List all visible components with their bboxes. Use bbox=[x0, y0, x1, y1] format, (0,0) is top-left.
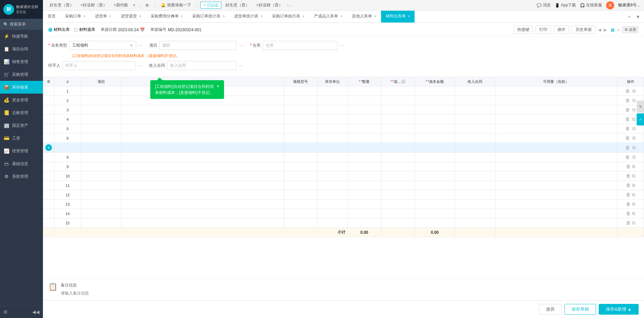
row-material-3[interactable] bbox=[121, 105, 284, 115]
next-record-icon[interactable]: ▶ bbox=[604, 28, 607, 32]
message-btn[interactable]: 💬 消息 bbox=[537, 2, 551, 8]
delete-row-10-btn[interactable]: 🗑 bbox=[625, 172, 631, 179]
row-unit-3[interactable] bbox=[317, 105, 347, 115]
row-project-8[interactable] bbox=[81, 153, 121, 162]
row-spec-2[interactable] bbox=[284, 96, 317, 105]
settings-bottom-icon[interactable]: ⚙ bbox=[3, 309, 8, 315]
add-row-col7[interactable] bbox=[381, 143, 415, 153]
settings-btn[interactable]: ⚙ 设置 bbox=[622, 26, 639, 33]
copy-row-3-btn[interactable]: ⧉ bbox=[632, 106, 636, 113]
row-cost-1[interactable] bbox=[381, 87, 415, 96]
close-goods-stats-tab[interactable]: × bbox=[261, 14, 263, 18]
certified-good-finance[interactable]: +好业财（普） bbox=[254, 2, 285, 9]
row-qty-2[interactable] bbox=[347, 96, 381, 105]
delete-row-8-btn[interactable]: 🗑 bbox=[625, 154, 631, 160]
delete-row-2-btn[interactable]: 🗑 bbox=[625, 97, 631, 104]
tab-goods-stats[interactable]: 进货单统计表 × bbox=[229, 11, 267, 22]
close-all-tabs-icon[interactable]: × bbox=[626, 13, 633, 20]
row-cost-3[interactable] bbox=[381, 105, 415, 115]
add-row-col2[interactable] bbox=[81, 143, 121, 153]
row-available-6[interactable] bbox=[495, 134, 617, 143]
row-unit-1[interactable] bbox=[317, 87, 347, 96]
copy-row-6-btn[interactable]: ⧉ bbox=[632, 135, 636, 141]
col-settings[interactable]: ⚙ bbox=[43, 77, 54, 87]
tab-purchase-order[interactable]: 采购订单 × bbox=[60, 11, 90, 22]
row-income-contract-2[interactable] bbox=[455, 96, 495, 105]
tab-goods-receipt[interactable]: 进货单 × bbox=[90, 11, 116, 22]
delete-row-12-btn[interactable]: 🗑 bbox=[625, 191, 631, 198]
business-type-more-icon[interactable]: ··· bbox=[138, 43, 143, 49]
row-income-contract-8[interactable] bbox=[455, 153, 495, 162]
add-row-col9[interactable] bbox=[455, 143, 495, 153]
tab-finished-goods[interactable]: 产成品入库单 × bbox=[309, 11, 347, 22]
copy-row-4-btn[interactable]: ⧉ bbox=[632, 116, 636, 122]
copy-row-9-btn[interactable]: ⧉ bbox=[631, 163, 636, 170]
settings-gear-icon[interactable]: ⚙ bbox=[143, 2, 152, 8]
delete-row-9-btn[interactable]: 🗑 bbox=[625, 163, 631, 170]
more-apps-btn[interactable]: +... bbox=[287, 3, 292, 8]
radio-material-return[interactable]: 材料退库 bbox=[74, 27, 95, 33]
row-income-contract-1[interactable] bbox=[455, 87, 495, 96]
row-qty-8[interactable] bbox=[347, 153, 381, 162]
row-qty-6[interactable] bbox=[347, 134, 381, 143]
certified-good-biz[interactable]: 好生意（普） bbox=[223, 2, 252, 9]
add-row-input-2[interactable] bbox=[83, 145, 119, 150]
row-unit-4[interactable] bbox=[317, 115, 347, 124]
online-service-btn[interactable]: 🎧 在线客服 bbox=[580, 2, 602, 8]
delete-row-14-btn[interactable]: 🗑 bbox=[625, 210, 631, 217]
tab-goods-return[interactable]: 进货退货 × bbox=[116, 11, 146, 22]
save-draft-btn[interactable]: 保存草稿 bbox=[565, 304, 596, 315]
history-btn[interactable]: 历史单据 bbox=[572, 25, 595, 34]
project-input[interactable]: 项目 bbox=[159, 41, 237, 50]
tab-purchase-expense[interactable]: 采购费用分摊单 × bbox=[146, 11, 188, 22]
tab-material-out[interactable]: 材料出库单 × bbox=[381, 11, 415, 22]
sidebar-item-purchase[interactable]: 🛒 采购管理 bbox=[0, 68, 43, 81]
row-unit-6[interactable] bbox=[317, 134, 347, 143]
row-project-5[interactable] bbox=[81, 124, 121, 134]
experience-btn[interactable]: 🔔 我要体验一下 bbox=[158, 2, 194, 9]
delete-row-11-btn[interactable]: 🗑 bbox=[625, 182, 631, 189]
sidebar-item-operations[interactable]: 📈 经营管理 bbox=[0, 145, 43, 157]
username-label[interactable]: 畅康通8号... bbox=[618, 2, 640, 8]
close-purchase-stats-tab[interactable]: × bbox=[223, 14, 225, 18]
calendar-icon[interactable]: 📅 bbox=[140, 28, 145, 32]
row-cost-4[interactable] bbox=[381, 115, 415, 124]
row-income-contract-5[interactable] bbox=[455, 124, 495, 134]
add-row-col8[interactable] bbox=[415, 143, 455, 153]
tab-home[interactable]: 首页 bbox=[43, 11, 60, 22]
row-available-5[interactable] bbox=[495, 124, 617, 134]
sidebar-item-fixed-assets[interactable]: 🏢 固定资产 bbox=[0, 119, 43, 132]
row-available-4[interactable] bbox=[495, 115, 617, 124]
row-spec-1[interactable] bbox=[284, 87, 317, 96]
shortcut-btn[interactable]: 快捷键 bbox=[514, 25, 533, 34]
copy-row-13-btn[interactable]: ⧉ bbox=[631, 201, 636, 207]
row-unit-2[interactable] bbox=[317, 96, 347, 105]
row-income-contract-6[interactable] bbox=[455, 134, 495, 143]
row-qty-3[interactable] bbox=[347, 105, 381, 115]
row-qty-4[interactable] bbox=[347, 115, 381, 124]
copy-row-14-btn[interactable]: ⧉ bbox=[631, 210, 636, 217]
delete-row-15-btn[interactable]: 🗑 bbox=[625, 219, 631, 226]
row-spec-8[interactable] bbox=[284, 153, 317, 162]
copy-row-11-btn[interactable]: ⧉ bbox=[631, 182, 636, 189]
delete-row-3-btn[interactable]: 🗑 bbox=[625, 106, 631, 113]
list-view-icon[interactable]: ≡ bbox=[617, 28, 620, 32]
tabs-menu-icon[interactable]: ▼ bbox=[635, 13, 641, 20]
row-project-2[interactable] bbox=[81, 96, 121, 105]
add-row-col5[interactable] bbox=[317, 143, 347, 153]
tab-purchase-exec[interactable]: 采购订单执行表 × bbox=[267, 11, 309, 22]
sidebar-item-payroll[interactable]: 💳 工资 bbox=[0, 132, 43, 145]
row-material-6[interactable] bbox=[121, 134, 284, 143]
operate-btn[interactable]: 操作 bbox=[554, 25, 569, 34]
row-project-3[interactable] bbox=[81, 105, 121, 115]
tab-purchase-stats[interactable]: 采购订单统计表 × bbox=[187, 11, 229, 22]
notes-input[interactable] bbox=[61, 289, 639, 297]
delete-row-6-btn[interactable]: 🗑 bbox=[625, 135, 631, 141]
business-type-input[interactable]: 工程领料 ▼ bbox=[69, 41, 136, 50]
row-cost-amount-2[interactable] bbox=[415, 96, 455, 105]
row-cost-6[interactable] bbox=[381, 134, 415, 143]
row-material-4[interactable] bbox=[121, 115, 284, 124]
add-row-btn[interactable]: + bbox=[45, 144, 52, 151]
copy-row-12-btn[interactable]: ⧉ bbox=[631, 191, 636, 198]
copy-add-row-btn[interactable]: ⧉ bbox=[632, 144, 636, 151]
